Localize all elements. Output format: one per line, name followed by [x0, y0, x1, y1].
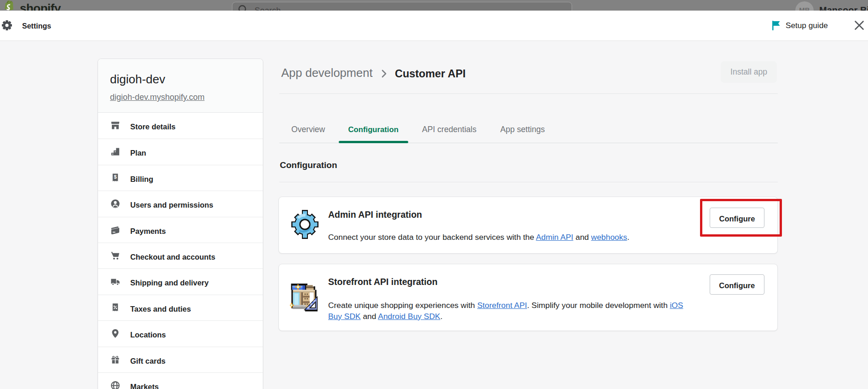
svg-text:$: $: [114, 174, 116, 180]
